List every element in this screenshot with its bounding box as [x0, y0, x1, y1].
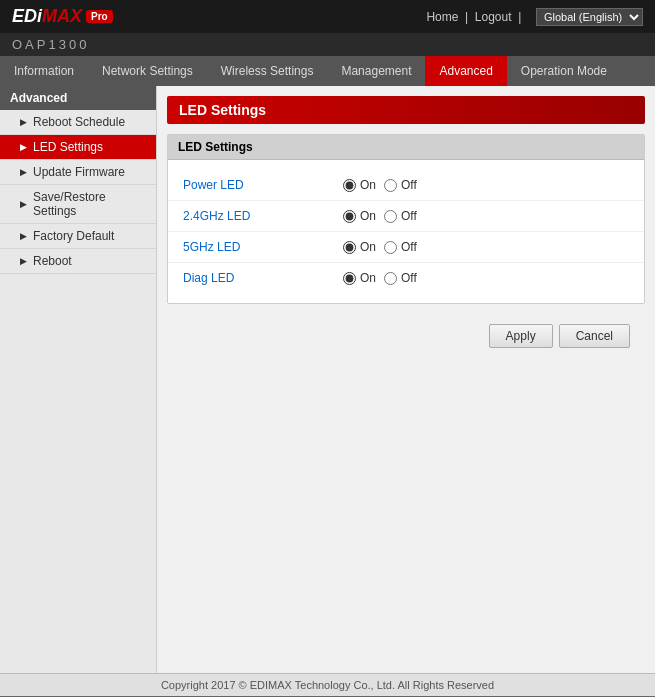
- nav-advanced[interactable]: Advanced: [425, 56, 506, 86]
- sidebar-item-factory-default[interactable]: ▶ Factory Default: [0, 224, 156, 249]
- 2ghz-led-row: 2.4GHz LED On Off: [168, 201, 644, 232]
- page-header: LED Settings: [167, 96, 645, 124]
- sidebar-label-led-settings: LED Settings: [33, 140, 103, 154]
- sidebar-item-reboot[interactable]: ▶ Reboot: [0, 249, 156, 274]
- sidebar-item-update-firmware[interactable]: ▶ Update Firmware: [0, 160, 156, 185]
- logo: EDiMAX Pro: [12, 6, 113, 27]
- diag-led-off-label: Off: [401, 271, 417, 285]
- device-name: OAP1300: [12, 37, 89, 52]
- 2ghz-led-off-group: Off: [384, 209, 417, 223]
- power-led-on-radio[interactable]: [343, 179, 356, 192]
- footer-text: Copyright 2017 © EDIMAX Technology Co., …: [161, 679, 494, 691]
- sidebar-label-save-restore: Save/Restore Settings: [33, 190, 146, 218]
- 2ghz-led-label: 2.4GHz LED: [183, 209, 343, 223]
- cancel-button[interactable]: Cancel: [559, 324, 630, 348]
- 5ghz-led-off-label: Off: [401, 240, 417, 254]
- 5ghz-led-on-radio[interactable]: [343, 241, 356, 254]
- header: EDiMAX Pro Home | Logout | Global (Engli…: [0, 0, 655, 33]
- logo-text: EDiMAX: [12, 6, 82, 27]
- 2ghz-led-on-radio[interactable]: [343, 210, 356, 223]
- 5ghz-led-on-label: On: [360, 240, 376, 254]
- power-led-row: Power LED On Off: [168, 170, 644, 201]
- power-led-on-label: On: [360, 178, 376, 192]
- arrow-icon-active: ▶: [20, 142, 27, 152]
- 2ghz-led-on-group: On: [343, 209, 376, 223]
- diag-led-on-label: On: [360, 271, 376, 285]
- nav-information[interactable]: Information: [0, 56, 88, 86]
- logout-link[interactable]: Logout: [475, 10, 512, 24]
- 5ghz-led-off-radio[interactable]: [384, 241, 397, 254]
- diag-led-controls: On Off: [343, 271, 417, 285]
- sidebar-item-reboot-schedule[interactable]: ▶ Reboot Schedule: [0, 110, 156, 135]
- arrow-icon-rb: ▶: [20, 256, 27, 266]
- nav-management[interactable]: Management: [327, 56, 425, 86]
- nav-wireless-settings[interactable]: Wireless Settings: [207, 56, 328, 86]
- sidebar-label-reboot: Reboot: [33, 254, 72, 268]
- power-led-off-radio[interactable]: [384, 179, 397, 192]
- diag-led-on-radio[interactable]: [343, 272, 356, 285]
- nav-operation-mode[interactable]: Operation Mode: [507, 56, 621, 86]
- nav-bar: Information Network Settings Wireless Se…: [0, 56, 655, 86]
- power-led-controls: On Off: [343, 178, 417, 192]
- 2ghz-led-off-radio[interactable]: [384, 210, 397, 223]
- power-led-off-label: Off: [401, 178, 417, 192]
- 5ghz-led-on-group: On: [343, 240, 376, 254]
- sidebar-item-led-settings[interactable]: ▶ LED Settings: [0, 135, 156, 160]
- apply-button[interactable]: Apply: [489, 324, 553, 348]
- sidebar-item-save-restore[interactable]: ▶ Save/Restore Settings: [0, 185, 156, 224]
- home-link[interactable]: Home: [426, 10, 458, 24]
- sidebar-label-reboot-schedule: Reboot Schedule: [33, 115, 125, 129]
- footer: Copyright 2017 © EDIMAX Technology Co., …: [0, 673, 655, 696]
- 5ghz-led-controls: On Off: [343, 240, 417, 254]
- diag-led-off-radio[interactable]: [384, 272, 397, 285]
- power-led-on-group: On: [343, 178, 376, 192]
- diag-led-on-group: On: [343, 271, 376, 285]
- card-header: LED Settings: [168, 135, 644, 160]
- language-select[interactable]: Global (English): [536, 8, 643, 26]
- power-led-off-group: Off: [384, 178, 417, 192]
- content-area: LED Settings LED Settings Power LED On O…: [157, 86, 655, 673]
- arrow-icon-fd: ▶: [20, 231, 27, 241]
- sidebar: Advanced ▶ Reboot Schedule ▶ LED Setting…: [0, 86, 157, 673]
- 2ghz-led-on-label: On: [360, 209, 376, 223]
- sidebar-label-update-firmware: Update Firmware: [33, 165, 125, 179]
- diag-led-off-group: Off: [384, 271, 417, 285]
- sidebar-section-label: Advanced: [0, 86, 156, 110]
- power-led-label: Power LED: [183, 178, 343, 192]
- 5ghz-led-off-group: Off: [384, 240, 417, 254]
- 2ghz-led-off-label: Off: [401, 209, 417, 223]
- card-body: Power LED On Off 2.4GHz LED: [168, 160, 644, 303]
- main-layout: Advanced ▶ Reboot Schedule ▶ LED Setting…: [0, 86, 655, 673]
- device-bar: OAP1300: [0, 33, 655, 56]
- header-links: Home | Logout | Global (English): [426, 8, 643, 26]
- arrow-icon-sr: ▶: [20, 199, 27, 209]
- 5ghz-led-row: 5GHz LED On Off: [168, 232, 644, 263]
- logo-pro: Pro: [86, 10, 113, 23]
- button-row: Apply Cancel: [167, 314, 645, 358]
- 5ghz-led-label: 5GHz LED: [183, 240, 343, 254]
- 2ghz-led-controls: On Off: [343, 209, 417, 223]
- led-settings-card: LED Settings Power LED On Off: [167, 134, 645, 304]
- sidebar-label-factory-default: Factory Default: [33, 229, 114, 243]
- arrow-icon-fw: ▶: [20, 167, 27, 177]
- arrow-icon: ▶: [20, 117, 27, 127]
- nav-network-settings[interactable]: Network Settings: [88, 56, 207, 86]
- diag-led-label: Diag LED: [183, 271, 343, 285]
- diag-led-row: Diag LED On Off: [168, 263, 644, 293]
